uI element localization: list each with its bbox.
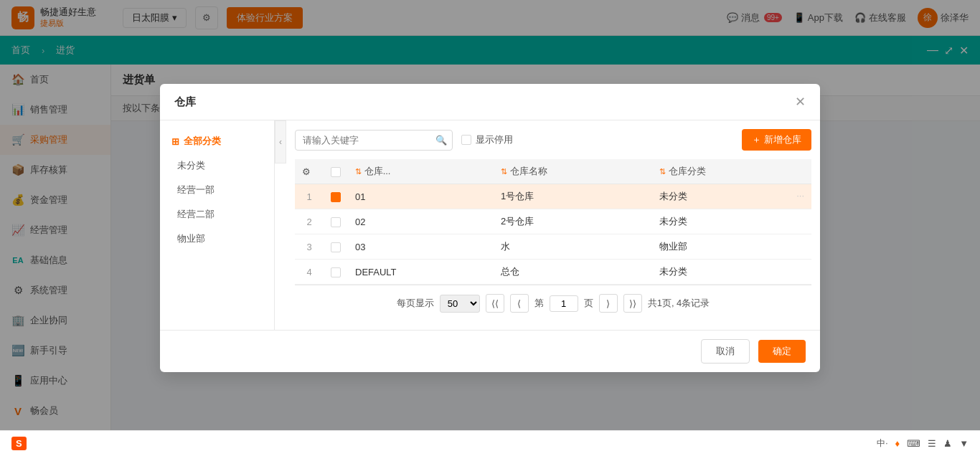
show-disabled-text: 显示停用 xyxy=(476,133,513,146)
category-item-property[interactable]: 物业部 xyxy=(160,227,274,251)
table-row[interactable]: 2 02 2号仓库 未分类 xyxy=(295,209,811,234)
search-input[interactable] xyxy=(295,130,453,151)
gear-header-icon[interactable]: ⚙ xyxy=(302,166,311,177)
select-all-checkbox[interactable] xyxy=(331,167,341,177)
status-game-icon[interactable]: ♟ xyxy=(943,438,952,449)
grid-icon: ⊞ xyxy=(171,136,179,147)
row-checkbox[interactable] xyxy=(331,192,341,202)
col-code: ⇅ 仓库... xyxy=(348,159,494,184)
row-gear-cell: 3 xyxy=(295,234,324,260)
row-gear-cell: 2 xyxy=(295,209,324,234)
statusbar-right: 中· ♦ ⌨ ☰ ♟ ▼ xyxy=(877,437,969,450)
col-name: ⇅ 仓库名称 xyxy=(494,159,652,184)
row-checkbox-cell[interactable] xyxy=(324,184,348,209)
page-label: 第 xyxy=(534,297,544,310)
search-icon[interactable]: 🔍 xyxy=(435,135,447,146)
per-page-select[interactable]: 50 20 100 xyxy=(440,295,480,313)
table-header-row: ⚙ ⇅ 仓库... ⇅ xyxy=(295,159,811,184)
category-sidebar: ⊞ 全部分类 未分类 经营一部 经营二部 物业部 xyxy=(160,120,275,330)
row-checkbox[interactable] xyxy=(331,242,341,252)
row-gear-cell: 1 xyxy=(295,184,324,209)
row-name-cell: 总仓 xyxy=(494,260,652,285)
add-warehouse-button[interactable]: ＋ 新增仓库 xyxy=(742,129,811,151)
row-code-cell: 03 xyxy=(348,234,494,260)
modal-title: 仓库 xyxy=(174,95,196,109)
row-category-cell: 未分类 xyxy=(652,209,811,234)
status-more-icon[interactable]: ▼ xyxy=(959,438,969,449)
row-gear-cell: 4 xyxy=(295,260,324,285)
category-item-ops1[interactable]: 经营一部 xyxy=(160,178,274,202)
next-page-icon: ⟩ xyxy=(606,298,610,309)
row-code-cell: 01 xyxy=(348,184,494,209)
row-category-cell: 物业部 xyxy=(652,234,811,260)
modal-close-button[interactable]: ✕ xyxy=(795,94,806,110)
table-area: 🔍 显示停用 ＋ 新增仓库 ⚙ xyxy=(286,120,820,330)
last-page-icon: ⟩⟩ xyxy=(629,298,636,309)
row-category-cell: 未分类 xyxy=(652,260,811,285)
page-number-input[interactable] xyxy=(550,295,578,312)
last-page-button[interactable]: ⟩⟩ xyxy=(623,294,642,313)
warehouse-table: ⚙ ⇅ 仓库... ⇅ xyxy=(295,159,811,285)
row-category-cell: 未分类 ··· xyxy=(652,184,811,209)
chevron-left-icon: ‹ xyxy=(279,137,282,147)
row-checkbox[interactable] xyxy=(331,267,341,277)
cancel-button[interactable]: 取消 xyxy=(701,339,750,364)
col-name-label: 仓库名称 xyxy=(510,166,547,176)
table-row[interactable]: 1 01 1号仓库 未分类 ··· xyxy=(295,184,811,209)
status-lang[interactable]: 中· xyxy=(877,437,887,450)
status-menu-icon[interactable]: ☰ xyxy=(928,438,936,449)
row-checkbox-cell[interactable] xyxy=(324,234,348,260)
table-row[interactable]: 4 DEFAULT 总仓 未分类 xyxy=(295,260,811,285)
collapse-sidebar-button[interactable]: ‹ xyxy=(275,120,286,163)
row-number: 1 xyxy=(306,191,311,202)
prev-page-button[interactable]: ⟨ xyxy=(510,294,529,313)
row-number: 3 xyxy=(306,242,311,252)
status-dot: ♦ xyxy=(895,438,900,449)
row-code-cell: DEFAULT xyxy=(348,260,494,285)
per-page-label: 每页显示 xyxy=(397,297,434,310)
show-disabled-checkbox[interactable] xyxy=(461,135,471,145)
col-checkbox xyxy=(324,159,348,184)
modal-body: ⊞ 全部分类 未分类 经营一部 经营二部 物业部 ‹ 🔍 xyxy=(160,120,820,330)
show-disabled-label[interactable]: 显示停用 xyxy=(461,133,513,146)
row-code-cell: 02 xyxy=(348,209,494,234)
row-number: 2 xyxy=(306,217,311,227)
col-category: ⇅ 仓库分类 xyxy=(652,159,811,184)
prev-page-icon: ⟨ xyxy=(517,298,521,309)
total-info: 共1页, 4条记录 xyxy=(648,297,710,310)
col-code-label: 仓库... xyxy=(364,166,391,176)
table-body: 1 01 1号仓库 未分类 ··· 2 02 2号仓库 未分类 xyxy=(295,184,811,285)
modal-footer: 取消 确定 xyxy=(160,330,820,372)
statusbar-logo: S xyxy=(11,437,27,450)
status-bar: S 中· ♦ ⌨ ☰ ♟ ▼ xyxy=(0,430,980,456)
first-page-icon: ⟨⟨ xyxy=(491,298,499,309)
category-all-label: 全部分类 xyxy=(184,135,221,148)
category-item-uncategorized[interactable]: 未分类 xyxy=(160,153,274,178)
row-name-cell: 1号仓库 xyxy=(494,184,652,209)
confirm-button[interactable]: 确定 xyxy=(758,340,806,363)
search-bar: 🔍 显示停用 ＋ 新增仓库 xyxy=(295,129,811,151)
modal-header: 仓库 ✕ xyxy=(160,84,820,120)
status-keyboard-icon[interactable]: ⌨ xyxy=(907,438,920,449)
modal-overlay: 仓库 ✕ ⊞ 全部分类 未分类 经营一部 经营二部 物业部 ‹ xyxy=(0,0,980,456)
table-container: ⚙ ⇅ 仓库... ⇅ xyxy=(295,159,811,285)
table-row[interactable]: 3 03 水 物业部 xyxy=(295,234,811,260)
row-checkbox-cell[interactable] xyxy=(324,209,348,234)
col-gear: ⚙ xyxy=(295,159,324,184)
page-suffix: 页 xyxy=(584,297,593,310)
category-item-ops2[interactable]: 经营二部 xyxy=(160,202,274,227)
warehouse-modal: 仓库 ✕ ⊞ 全部分类 未分类 经营一部 经营二部 物业部 ‹ xyxy=(160,84,820,372)
pagination: 每页显示 50 20 100 ⟨⟨ ⟨ 第 页 xyxy=(295,285,811,321)
table-head: ⚙ ⇅ 仓库... ⇅ xyxy=(295,159,811,184)
next-page-button[interactable]: ⟩ xyxy=(599,294,618,313)
row-name-cell: 水 xyxy=(494,234,652,260)
row-name-cell: 2号仓库 xyxy=(494,209,652,234)
row-number: 4 xyxy=(306,267,311,277)
row-checkbox-cell[interactable] xyxy=(324,260,348,285)
first-page-button[interactable]: ⟨⟨ xyxy=(486,294,504,313)
statusbar-left: S xyxy=(11,437,27,450)
col-category-label: 仓库分类 xyxy=(669,166,706,176)
search-input-wrap: 🔍 xyxy=(295,130,453,151)
row-checkbox[interactable] xyxy=(331,217,341,227)
category-header[interactable]: ⊞ 全部分类 xyxy=(160,129,274,153)
